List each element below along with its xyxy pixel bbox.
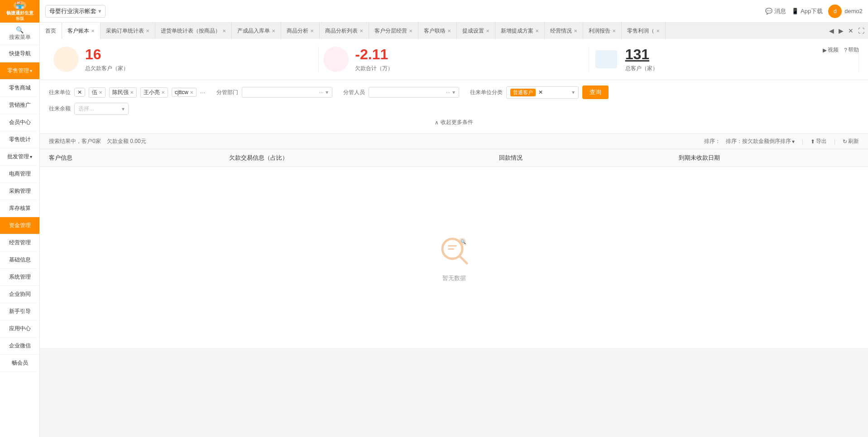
sidebar-item-batch[interactable]: 批发管理 ▾: [0, 148, 39, 166]
tab-product-analysis[interactable]: 商品分析 ✕: [281, 23, 320, 39]
unit-type-label: 往来单位分类: [470, 89, 503, 96]
sidebar-item-basic[interactable]: 基础信息: [0, 252, 39, 269]
sidebar-item-system[interactable]: 系统管理: [0, 269, 39, 286]
tab-instock-stats[interactable]: 进货单统计表（按商品） ✕: [155, 23, 232, 39]
col-customer-info: 客户信息: [49, 154, 229, 162]
remove-wu[interactable]: ✕: [99, 90, 102, 95]
main-area: 母婴行业演示帐套 ▾ 💬 消息 📱 App下载 d demo2 首页 客户账本 …: [40, 0, 868, 437]
tab-home[interactable]: 首页: [40, 23, 62, 39]
close-icon[interactable]: ✕: [310, 28, 314, 33]
stat-actions: ▶ 视频 ? 帮助: [823, 46, 859, 54]
refresh-label: 刷新: [848, 138, 859, 145]
remove-chen[interactable]: ✕: [130, 90, 134, 95]
filter-tag-wang: 王小亮 ✕: [140, 87, 168, 98]
remove-wang[interactable]: ✕: [161, 90, 165, 95]
chevron-down-icon3: ▾: [572, 89, 575, 95]
sidebar-item-retail-stats[interactable]: 零售统计: [0, 131, 39, 148]
tab-improve-settings[interactable]: 提成设置 ✕: [457, 23, 495, 39]
search-result-text: 搜索结果中，客户0家: [49, 138, 101, 144]
app-logo: 🏪 畅捷通好生意 标版: [0, 0, 39, 23]
message-btn[interactable]: 💬 消息: [765, 7, 786, 15]
collapse-btn[interactable]: ∧ 收起更多条件: [435, 119, 473, 126]
close-icon[interactable]: ✕: [146, 28, 149, 33]
sidebar-item-operation[interactable]: 经营管理: [0, 234, 39, 252]
tab-customer-layer[interactable]: 客户分层经营 ✕: [369, 23, 418, 39]
tab-retail-profit[interactable]: 零售利润（ ✕: [622, 23, 666, 39]
remove-cjttcw[interactable]: ✕: [190, 90, 193, 95]
close-icon[interactable]: ✕: [447, 28, 451, 33]
sidebar-item-ecommerce[interactable]: 电商管理: [0, 166, 39, 183]
filter-more-btn[interactable]: ···: [200, 89, 206, 96]
filter-tag-x1[interactable]: ✕: [74, 88, 85, 97]
unit-type-select[interactable]: 普通客户 ✕ ▾: [506, 86, 579, 99]
export-btn[interactable]: ⬆ 导出: [810, 138, 827, 145]
close-icon[interactable]: ✕: [409, 28, 412, 33]
sidebar-item-marketing[interactable]: 营销推广: [0, 97, 39, 114]
stat-total-customers-value: 16: [85, 46, 101, 63]
stat-total-customers2-value[interactable]: 131: [625, 46, 649, 63]
empty-icon: 🔍: [436, 233, 472, 269]
tab-close-all[interactable]: ✕: [846, 26, 855, 35]
sidebar-item-inventory[interactable]: 库存核算: [0, 200, 39, 217]
tab-product-analysis-list[interactable]: 商品分析列表 ✕: [320, 23, 369, 39]
sidebar-item-retail-mall[interactable]: 零售商城: [0, 80, 39, 97]
svg-rect-9: [448, 245, 457, 247]
tab-new-improve[interactable]: 新增提成方案 ✕: [495, 23, 545, 39]
message-icon: 💬: [765, 8, 772, 14]
sidebar: 🏪 畅捷通好生意 标版 🔍 搜索菜单 快捷导航 零售管理 ▾ 零售商城 营销推广…: [0, 0, 40, 437]
sidebar-item-retail[interactable]: 零售管理 ▾: [0, 62, 39, 80]
tab-profit-report[interactable]: 利润报告 ✕: [583, 23, 622, 39]
col-due-date: 到期未收款日期: [679, 154, 859, 162]
tab-arrow-right[interactable]: ▶: [837, 26, 845, 35]
balance-filter-label: 往来余额: [49, 105, 71, 113]
sidebar-item-search[interactable]: 🔍 搜索菜单: [0, 23, 39, 45]
sidebar-item-enterprise-wechat[interactable]: 企业微信: [0, 337, 39, 355]
close-icon[interactable]: ✕: [612, 28, 616, 33]
close-icon[interactable]: ✕: [656, 28, 660, 33]
sidebar-item-capital[interactable]: 资金管理: [0, 217, 39, 234]
close-icon[interactable]: ✕: [222, 28, 226, 33]
sidebar-item-member[interactable]: 会员中心: [0, 114, 39, 131]
balance-select[interactable]: 选择... ▾: [74, 103, 129, 115]
refresh-btn[interactable]: ↻ 刷新: [843, 138, 859, 145]
tab-customer-book[interactable]: 客户账本 ✕: [62, 23, 101, 39]
query-button[interactable]: 查询: [582, 86, 609, 99]
chevron-up-icon: ∧: [435, 119, 439, 126]
logo-icon: 🏪: [14, 1, 26, 10]
close-icon[interactable]: ✕: [574, 28, 577, 33]
sidebar-item-new-guide[interactable]: 新手引导: [0, 303, 39, 320]
svg-text:¥: ¥: [62, 52, 70, 66]
tab-business[interactable]: 经营情况 ✕: [545, 23, 583, 39]
remove-category[interactable]: ✕: [538, 89, 543, 95]
sidebar-item-enterprise[interactable]: 企业协同: [0, 286, 39, 303]
sidebar-item-app-center[interactable]: 应用中心: [0, 320, 39, 337]
user-menu[interactable]: d demo2: [828, 5, 863, 18]
close-icon[interactable]: ✕: [486, 28, 489, 33]
chevron-down-icon: ▾: [98, 8, 101, 14]
account-selector-label: 母婴行业演示帐套: [49, 7, 96, 15]
close-icon[interactable]: ✕: [360, 28, 363, 33]
tab-arrow-left[interactable]: ◀: [827, 26, 836, 35]
sort-btn[interactable]: 排序：按欠款金额倒序排序 ▾: [726, 138, 795, 145]
results-bar: 搜索结果中，客户0家 欠款金额 0.00元 排序： 排序：按欠款金额倒序排序 ▾…: [40, 134, 868, 149]
sidebar-item-purchase[interactable]: 采购管理: [0, 183, 39, 200]
close-icon[interactable]: ✕: [272, 28, 275, 33]
tab-product-instock[interactable]: 产成品入库单 ✕: [232, 23, 281, 39]
sidebar-item-quick-nav[interactable]: 快捷导航: [0, 45, 39, 62]
dept-select[interactable]: ··· ▾: [242, 87, 332, 98]
message-label: 消息: [774, 7, 786, 15]
help-btn[interactable]: ? 帮助: [844, 46, 859, 54]
video-btn[interactable]: ▶ 视频: [823, 46, 839, 54]
tab-purchase-order[interactable]: 采购订单统计表 ✕: [101, 23, 155, 39]
app-download-btn[interactable]: 📱 App下载: [791, 7, 823, 15]
close-icon[interactable]: ✕: [91, 28, 95, 33]
person-more-icon: ···: [446, 89, 451, 95]
person-select[interactable]: ··· ▾: [369, 87, 459, 98]
account-selector[interactable]: 母婴行业演示帐套 ▾: [45, 5, 106, 18]
sidebar-item-member2[interactable]: 畅会员: [0, 355, 39, 372]
stat-debt-total: ✦ -2.11 欠款合计（万）: [319, 46, 589, 72]
svg-rect-6: [598, 58, 614, 61]
close-icon[interactable]: ✕: [535, 28, 539, 33]
tab-customer-contact[interactable]: 客户联络 ✕: [418, 23, 457, 39]
tab-maximize[interactable]: ⛶: [856, 26, 866, 35]
